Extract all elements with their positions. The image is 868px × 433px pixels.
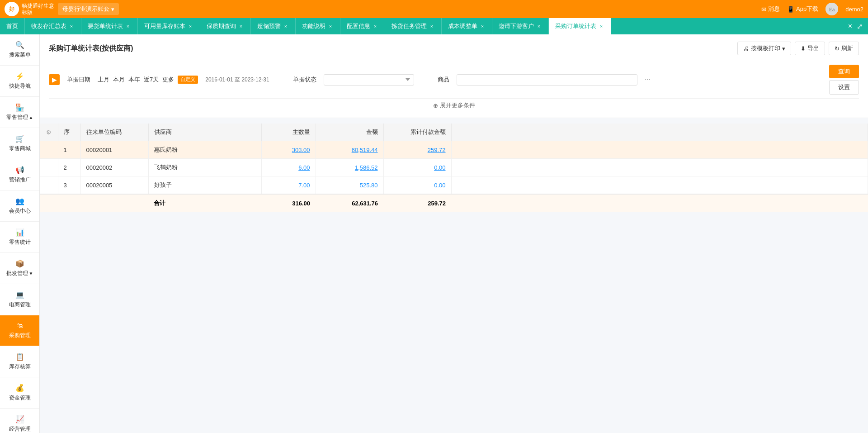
- goods-filter-label: 商品: [438, 76, 449, 84]
- tab-config[interactable]: 配置信息 ×: [340, 18, 385, 34]
- sidebar-item-finance[interactable]: 💰 资金管理: [0, 377, 39, 409]
- top-bar-left: 好 畅捷通好生意 标版 母婴行业演示账套 ▾: [5, 2, 119, 16]
- paid-cell[interactable]: 0.00: [383, 159, 451, 176]
- paid-cell[interactable]: 259.72: [383, 141, 451, 159]
- table-header-row: ⚙ 序 往来单位编码 供应商 主数量 金额 累计付款金额: [40, 124, 868, 141]
- tab-available-stock[interactable]: 可用量库存账本 ×: [138, 18, 200, 34]
- col-no: 序: [58, 124, 80, 141]
- expand-more-button[interactable]: ⊕ 展开更多条件: [49, 98, 859, 112]
- retail-icon: 🏪: [15, 103, 24, 112]
- tab-close-icon[interactable]: ×: [372, 23, 378, 29]
- data-table: ⚙ 序 往来单位编码 供应商 主数量 金额 累计付款金额 1 0002000: [40, 124, 868, 212]
- tab-close-icon[interactable]: ×: [187, 23, 193, 29]
- footer-qty: 316.00: [261, 194, 316, 212]
- marketing-icon: 📢: [15, 166, 24, 174]
- refresh-icon: ↻: [835, 45, 840, 52]
- tab-cost-adjust[interactable]: 成本调整单 ×: [442, 18, 492, 34]
- tab-home[interactable]: 首页: [0, 18, 25, 34]
- quicknav-icon: ⚡: [15, 72, 24, 81]
- amount-cell[interactable]: 60,519.44: [316, 141, 383, 159]
- sidebar-item-stock[interactable]: 📋 库存核算: [0, 346, 39, 377]
- print-button[interactable]: 🖨 按模板打印 ▾: [737, 42, 791, 55]
- sidebar-item-quicknav[interactable]: ⚡ 快捷导航: [0, 66, 39, 97]
- filter-row-1: ▶ 单据日期 上月 本月 本年 近7天 更多 自定义 2016-01-01 至 …: [49, 65, 859, 95]
- tab-shelf-life[interactable]: 保质期查询 ×: [200, 18, 251, 34]
- tab-restore-icon[interactable]: ⤢: [855, 20, 864, 33]
- query-button[interactable]: 查询: [829, 65, 859, 78]
- logo-box: 好 畅捷通好生意 标版: [5, 2, 54, 16]
- main-layout: 🔍 搜索菜单 ⚡ 快捷导航 🏪 零售管理 ▲ 🛒 零售商城 📢 营销推广 👥 会…: [0, 34, 868, 433]
- workspace-selector[interactable]: 母婴行业演示账套 ▾: [58, 3, 119, 15]
- username-label: demo2: [845, 6, 863, 13]
- tab-order-summary[interactable]: 要货单统计表 ×: [81, 18, 138, 34]
- tab-close-icon[interactable]: ×: [479, 23, 486, 29]
- col-paid: 累计付款金额: [383, 124, 451, 141]
- refresh-button[interactable]: ↻ 刷新: [829, 42, 859, 55]
- tab-close-icon[interactable]: ×: [536, 23, 542, 29]
- tab-close-icon[interactable]: ×: [327, 23, 334, 29]
- sidebar-item-ecommerce[interactable]: 💻 电商管理: [0, 284, 39, 315]
- export-button[interactable]: ⬇ 导出: [795, 42, 825, 55]
- tab-overstock[interactable]: 超储预警 ×: [251, 18, 296, 34]
- col-settings[interactable]: ⚙: [40, 124, 58, 141]
- tab-collect-summary[interactable]: 收发存汇总表 ×: [25, 18, 81, 34]
- amount-cell[interactable]: 525.80: [316, 176, 383, 195]
- sidebar: 🔍 搜索菜单 ⚡ 快捷导航 🏪 零售管理 ▲ 🛒 零售商城 📢 营销推广 👥 会…: [0, 34, 40, 433]
- status-select[interactable]: [324, 74, 414, 86]
- goods-input[interactable]: [457, 74, 637, 86]
- more-filter-icon[interactable]: ···: [645, 76, 651, 84]
- print-icon: 🖨: [743, 45, 749, 52]
- date-last-month[interactable]: 上月: [98, 76, 109, 84]
- app-download-button[interactable]: 📱 App下载: [787, 5, 818, 13]
- page-actions: 🖨 按模板打印 ▾ ⬇ 导出 ↻ 刷新: [737, 42, 859, 55]
- settings-button[interactable]: 设置: [829, 80, 859, 95]
- filter-toggle-button[interactable]: ▶: [49, 74, 60, 85]
- operations-icon: 📈: [15, 415, 24, 423]
- tab-close-icon[interactable]: ×: [598, 23, 604, 29]
- col-supplier: 供应商: [148, 124, 261, 141]
- tab-close-icon[interactable]: ×: [125, 23, 131, 29]
- footer-amount: 62,631.76: [316, 194, 383, 212]
- tab-actions: × ⤢: [846, 20, 868, 33]
- table-footer-row: 合计 316.00 62,631.76 259.72: [40, 194, 868, 212]
- tab-purchase-order-stats[interactable]: 采购订单统计表 ×: [549, 18, 611, 34]
- chevron-up-icon: ▲: [29, 115, 33, 120]
- top-bar: 好 畅捷通好生意 标版 母婴行业演示账套 ▾ ✉ 消息 📱 App下载 demo…: [0, 0, 868, 18]
- date-custom-badge[interactable]: 自定义: [178, 76, 198, 84]
- sidebar-item-operations[interactable]: 📈 经营管理: [0, 409, 39, 433]
- tab-close-all-icon[interactable]: ×: [846, 20, 854, 32]
- avatar[interactable]: [826, 3, 838, 15]
- tab-close-icon[interactable]: ×: [283, 23, 289, 29]
- table-body: 1 00020001 惠氏奶粉 303.00 60,519.44 259.72 …: [40, 141, 868, 195]
- tab-invite-downstream[interactable]: 邀请下游客户 ×: [492, 18, 549, 34]
- tab-close-icon[interactable]: ×: [238, 23, 244, 29]
- sidebar-item-marketing[interactable]: 📢 营销推广: [0, 159, 39, 190]
- sidebar-item-retail-mgmt[interactable]: 🏪 零售管理 ▲: [0, 97, 39, 128]
- date-last-7-days[interactable]: 近7天: [144, 76, 159, 84]
- download-icon: 📱: [787, 6, 794, 13]
- tab-function-desc[interactable]: 功能说明 ×: [296, 18, 340, 34]
- tab-picking-task[interactable]: 拣货任务管理 ×: [385, 18, 442, 34]
- sidebar-item-membership[interactable]: 👥 会员中心: [0, 190, 39, 222]
- message-icon: ✉: [761, 6, 766, 13]
- sidebar-item-retail-stats[interactable]: 📊 零售统计: [0, 222, 39, 253]
- sidebar-item-wholesale[interactable]: 📦 批发管理 ▼: [0, 253, 39, 284]
- date-this-year[interactable]: 本年: [128, 76, 140, 84]
- sidebar-item-purchase[interactable]: 🛍 采购管理: [0, 315, 39, 346]
- amount-cell[interactable]: 1,586.52: [316, 159, 383, 176]
- expand-icon: ⊕: [433, 102, 438, 109]
- message-button[interactable]: ✉ 消息: [761, 5, 780, 13]
- sidebar-item-search[interactable]: 🔍 搜索菜单: [0, 34, 39, 66]
- date-more[interactable]: 更多: [162, 76, 174, 84]
- tab-close-icon[interactable]: ×: [68, 23, 75, 29]
- stats-icon: 📊: [15, 228, 24, 237]
- qty-cell[interactable]: 7.00: [261, 176, 316, 195]
- date-this-month[interactable]: 本月: [113, 76, 125, 84]
- search-icon: 🔍: [15, 41, 24, 49]
- wholesale-icon: 📦: [15, 259, 24, 268]
- tab-close-icon[interactable]: ×: [429, 23, 435, 29]
- sidebar-item-retail-mall[interactable]: 🛒 零售商城: [0, 128, 39, 159]
- paid-cell[interactable]: 0.00: [383, 176, 451, 195]
- qty-cell[interactable]: 6.00: [261, 159, 316, 176]
- qty-cell[interactable]: 303.00: [261, 141, 316, 159]
